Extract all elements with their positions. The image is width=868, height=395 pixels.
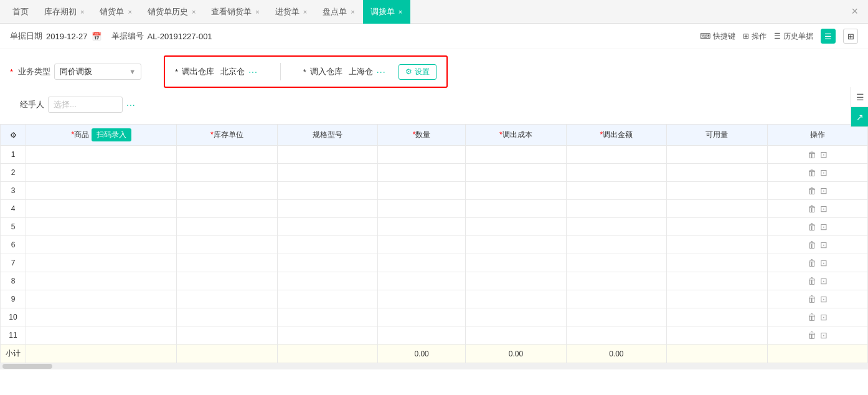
tab-transfer-order[interactable]: 调拨单 ×: [363, 0, 410, 24]
row-qty[interactable]: [377, 272, 465, 290]
tab-inventory-count-close[interactable]: ×: [351, 8, 354, 16]
row-amount[interactable]: [566, 164, 666, 182]
tab-sales-order-close[interactable]: ×: [128, 8, 131, 16]
tab-home[interactable]: 首页: [5, 0, 37, 24]
row-product[interactable]: [26, 164, 177, 182]
delete-icon[interactable]: 🗑: [806, 150, 818, 159]
row-spec[interactable]: [277, 182, 377, 200]
copy-icon[interactable]: ⊡: [818, 168, 829, 178]
row-amount[interactable]: [566, 236, 666, 254]
row-amount[interactable]: [566, 308, 666, 326]
copy-icon[interactable]: ⊡: [818, 150, 829, 159]
row-qty[interactable]: [377, 200, 465, 218]
col-header-gear[interactable]: ⚙: [1, 125, 26, 146]
row-amount[interactable]: [566, 146, 666, 164]
row-cost[interactable]: [466, 200, 566, 218]
row-cost[interactable]: [466, 146, 566, 164]
row-unit[interactable]: [177, 308, 277, 326]
row-qty[interactable]: [377, 308, 465, 326]
tab-sales-history-close[interactable]: ×: [192, 8, 196, 16]
row-cost[interactable]: [466, 308, 566, 326]
tab-sales-order[interactable]: 销货单 ×: [92, 0, 139, 24]
delete-icon[interactable]: 🗑: [806, 294, 818, 304]
row-qty[interactable]: [377, 290, 465, 308]
row-product[interactable]: [26, 254, 177, 272]
row-amount[interactable]: [566, 200, 666, 218]
copy-icon[interactable]: ⊡: [818, 222, 829, 232]
window-close-button[interactable]: ×: [846, 5, 863, 18]
row-amount[interactable]: [566, 182, 666, 200]
row-spec[interactable]: [277, 308, 377, 326]
row-cost[interactable]: [466, 218, 566, 236]
tab-view-sales-close[interactable]: ×: [255, 8, 259, 16]
copy-icon[interactable]: ⊡: [818, 204, 829, 214]
row-qty[interactable]: [377, 146, 465, 164]
copy-icon[interactable]: ⊡: [818, 258, 829, 268]
row-cost[interactable]: [466, 272, 566, 290]
row-unit[interactable]: [177, 164, 277, 182]
row-product[interactable]: [26, 218, 177, 236]
copy-icon[interactable]: ⊡: [818, 276, 829, 286]
delete-icon[interactable]: 🗑: [806, 330, 818, 340]
row-amount[interactable]: [566, 290, 666, 308]
row-unit[interactable]: [177, 182, 277, 200]
horizontal-scrollbar[interactable]: [0, 363, 868, 369]
row-product[interactable]: [26, 326, 177, 345]
row-amount[interactable]: [566, 218, 666, 236]
copy-icon[interactable]: ⊡: [818, 312, 829, 322]
scan-input-button[interactable]: 扫码录入: [92, 128, 131, 141]
delete-icon[interactable]: 🗑: [806, 204, 818, 214]
row-spec[interactable]: [277, 200, 377, 218]
row-unit[interactable]: [177, 218, 277, 236]
tab-view-sales[interactable]: 查看销货单 ×: [204, 0, 267, 24]
row-qty[interactable]: [377, 164, 465, 182]
row-spec[interactable]: [277, 254, 377, 272]
row-spec[interactable]: [277, 290, 377, 308]
row-qty[interactable]: [377, 254, 465, 272]
delete-icon[interactable]: 🗑: [806, 222, 818, 232]
row-unit[interactable]: [177, 146, 277, 164]
delete-icon[interactable]: 🗑: [806, 258, 818, 268]
row-unit[interactable]: [177, 290, 277, 308]
row-qty[interactable]: [377, 326, 465, 345]
row-spec[interactable]: [277, 164, 377, 182]
layout-list-button[interactable]: ☰: [821, 29, 836, 44]
row-unit[interactable]: [177, 272, 277, 290]
business-type-select[interactable]: 同价调拨 ▼: [54, 64, 141, 80]
row-product[interactable]: [26, 182, 177, 200]
copy-icon[interactable]: ⊡: [818, 240, 829, 250]
row-product[interactable]: [26, 200, 177, 218]
tab-inventory-init[interactable]: 库存期初 ×: [37, 0, 92, 24]
row-product[interactable]: [26, 290, 177, 308]
row-spec[interactable]: [277, 218, 377, 236]
tab-purchase-order[interactable]: 进货单 ×: [268, 0, 315, 24]
row-unit[interactable]: [177, 326, 277, 345]
copy-icon[interactable]: ⊡: [818, 330, 829, 340]
row-cost[interactable]: [466, 236, 566, 254]
shortcuts-button[interactable]: ⌨ 快捷键: [700, 31, 735, 42]
row-unit[interactable]: [177, 200, 277, 218]
row-cost[interactable]: [466, 254, 566, 272]
transfer-in-more[interactable]: ···: [377, 67, 386, 77]
row-cost[interactable]: [466, 164, 566, 182]
transfer-out-more[interactable]: ···: [248, 67, 258, 77]
delete-icon[interactable]: 🗑: [806, 168, 818, 178]
layout-grid-button[interactable]: ⊞: [843, 29, 858, 44]
scrollbar-thumb[interactable]: [2, 364, 52, 369]
row-amount[interactable]: [566, 326, 666, 345]
row-product[interactable]: [26, 146, 177, 164]
row-product[interactable]: [26, 236, 177, 254]
row-product[interactable]: [26, 272, 177, 290]
row-cost[interactable]: [466, 182, 566, 200]
row-unit[interactable]: [177, 254, 277, 272]
row-cost[interactable]: [466, 290, 566, 308]
tab-sales-history[interactable]: 销货单历史 ×: [140, 0, 204, 24]
delete-icon[interactable]: 🗑: [806, 240, 818, 250]
row-amount[interactable]: [566, 254, 666, 272]
history-button[interactable]: ☰ 历史单据: [774, 31, 813, 42]
row-spec[interactable]: [277, 146, 377, 164]
calendar-icon[interactable]: 📅: [92, 32, 101, 41]
row-cost[interactable]: [466, 326, 566, 345]
row-amount[interactable]: [566, 272, 666, 290]
table-container[interactable]: ⚙ *商品 扫码录入 *库存单位 规格型号 *数量 *调出成本 *调出金额: [0, 124, 868, 363]
